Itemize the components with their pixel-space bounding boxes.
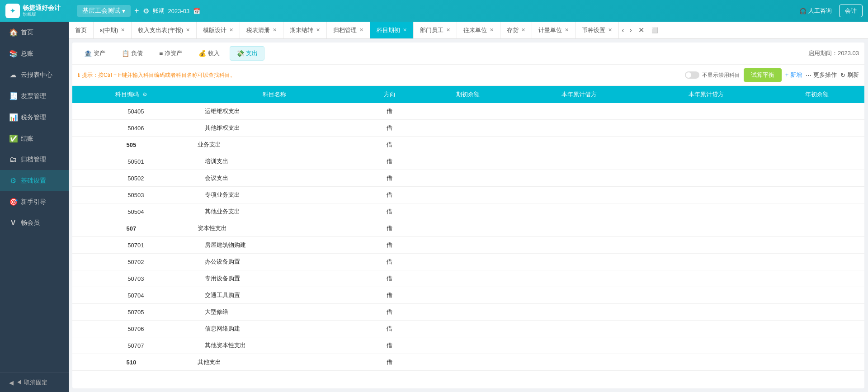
tab-unit[interactable]: 计量单位 ✕ <box>532 22 576 39</box>
cell-ytd-debit <box>515 321 642 337</box>
tab-inventory[interactable]: 存货 ✕ <box>500 22 532 39</box>
sub-tab-income[interactable]: 💰 收入 <box>192 47 226 60</box>
table-row[interactable]: 507 资本性支出 借 <box>72 220 864 237</box>
table-row[interactable]: 50405 运维维权支出 借 <box>72 103 864 120</box>
cell-year-opening <box>769 203 864 220</box>
sidebar-item-guide[interactable]: 🎯 新手引导 <box>0 191 69 213</box>
sub-tab-asset[interactable]: 🏦 资产 <box>78 47 112 60</box>
more-btn[interactable]: ⋯ 更多操作 <box>806 71 837 79</box>
table-row[interactable]: 50704 交通工具购置 借 <box>72 287 864 304</box>
table-row[interactable]: 50702 办公设备购置 借 <box>72 254 864 270</box>
tab-period-end[interactable]: 期末结转 ✕ <box>283 22 327 39</box>
tax-icon: 📊 <box>9 113 17 122</box>
tab-close-income[interactable]: ✕ <box>186 27 190 33</box>
sidebar-item-close[interactable]: ✅ 结账 <box>0 128 69 149</box>
cell-ytd-credit <box>642 304 769 321</box>
sidebar-item-tax[interactable]: 📊 税务管理 <box>0 107 69 128</box>
income-icon: 💰 <box>198 50 206 57</box>
calendar-icon[interactable]: 📅 <box>193 8 200 14</box>
sub-tab-expense[interactable]: 💸 支出 <box>230 46 264 61</box>
tab-period[interactable]: ε(中期) ✕ <box>94 22 132 39</box>
sub-tab-liability[interactable]: 📋 负债 <box>115 47 149 60</box>
cell-opening <box>421 220 515 237</box>
refresh-icon: ↻ <box>840 72 845 79</box>
tab-close-currency[interactable]: ✕ <box>608 27 612 33</box>
sidebar-item-ledger[interactable]: 📚 总账 <box>0 43 69 64</box>
cell-ytd-credit <box>642 237 769 254</box>
sidebar-item-reports[interactable]: ☁ 云报表中心 <box>0 64 69 85</box>
home-icon: 🏠 <box>9 28 17 37</box>
add-btn[interactable]: + 新增 <box>785 71 802 79</box>
tip-text: ℹ 提示：按Ctrl + F键并输入科目编码或者科目名称可以查找科目。 <box>78 71 236 79</box>
period-info: 账期 2023-03 📅 <box>153 7 201 15</box>
tab-close-period[interactable]: ✕ <box>121 27 125 33</box>
table-row[interactable]: 50701 房屋建筑物购建 借 <box>72 237 864 254</box>
tab-currency[interactable]: 币种设置 ✕ <box>576 22 619 39</box>
table-row[interactable]: 50502 会议支出 借 <box>72 170 864 187</box>
tab-subject-init[interactable]: 科目期初 ✕ <box>370 22 414 39</box>
content-area: 首页 ε(中期) ✕ 收入支出表(年报) ✕ 模版设计 ✕ 税表清册 ✕ 期末结… <box>69 22 868 392</box>
tab-close-unit[interactable]: ✕ <box>565 27 569 33</box>
settings-icon[interactable]: ⚙ <box>143 7 149 15</box>
tab-tax[interactable]: 税表清册 ✕ <box>240 22 283 39</box>
tab-close-dept[interactable]: ✕ <box>446 27 450 33</box>
table-row[interactable]: 50501 培训支出 借 <box>72 153 864 170</box>
tab-close-period-end[interactable]: ✕ <box>316 27 320 33</box>
toggle-disabled-subjects[interactable] <box>685 71 699 79</box>
cell-name: 交通工具购置 <box>190 287 359 304</box>
tab-prev-btn[interactable]: ‹ <box>619 22 627 39</box>
sub-tab-equity[interactable]: ≡ 净资产 <box>153 47 189 60</box>
cloud-icon: ☁ <box>9 71 17 79</box>
support-btn[interactable]: 🎧 人工咨询 <box>796 5 835 17</box>
tab-maximize-btn[interactable]: ⬜ <box>648 22 662 39</box>
table-row[interactable]: 50503 专项业务支出 借 <box>72 187 864 203</box>
tab-next-btn[interactable]: › <box>627 22 634 39</box>
cell-opening <box>421 187 515 203</box>
tab-template[interactable]: 模版设计 ✕ <box>197 22 240 39</box>
tab-close-subject[interactable]: ✕ <box>403 27 407 33</box>
tab-contacts[interactable]: 往来单位 ✕ <box>457 22 500 39</box>
cell-year-opening <box>769 120 864 137</box>
tab-close-archive[interactable]: ✕ <box>359 27 363 33</box>
table-row[interactable]: 505 业务支出 借 <box>72 137 864 153</box>
tab-close-inventory[interactable]: ✕ <box>521 27 525 33</box>
header-right: 🎧 人工咨询 会计 <box>796 5 863 17</box>
refresh-btn[interactable]: ↻ 刷新 <box>840 71 859 79</box>
cell-ytd-debit <box>515 153 642 170</box>
cell-name: 会议支出 <box>190 170 359 187</box>
expense-icon: 💸 <box>236 50 244 57</box>
table-row[interactable]: 50706 信息网络购建 借 <box>72 321 864 337</box>
table-row[interactable]: 50707 其他资本性支出 借 <box>72 337 864 354</box>
table-row[interactable]: 50703 专用设备购置 借 <box>72 270 864 287</box>
collapse-icon: ◀ <box>9 379 14 386</box>
cell-opening <box>421 270 515 287</box>
table-row[interactable]: 50504 其他业务支出 借 <box>72 203 864 220</box>
balance-btn[interactable]: 试算平衡 <box>744 68 782 82</box>
tab-close-contacts[interactable]: ✕ <box>490 27 494 33</box>
sidebar-item-member[interactable]: V 畅会员 <box>0 213 69 233</box>
cell-year-opening <box>769 270 864 287</box>
cell-ytd-debit <box>515 103 642 120</box>
tab-dept[interactable]: 部门员工 ✕ <box>414 22 457 39</box>
company-selector[interactable]: 基层工会测试 ▾ <box>77 5 131 17</box>
tab-home[interactable]: 首页 <box>69 22 94 39</box>
col-settings-icon[interactable]: ⚙ <box>142 91 147 98</box>
table-row[interactable]: 510 其他支出 借 <box>72 354 864 371</box>
sub-tab-bar: 🏦 资产 📋 负债 ≡ 净资产 💰 收入 💸 支出 <box>72 43 864 65</box>
kuaiji-btn[interactable]: 会计 <box>839 5 863 17</box>
tab-close-template[interactable]: ✕ <box>229 27 233 33</box>
tab-income-report[interactable]: 收入支出表(年报) ✕ <box>132 22 197 39</box>
col-name: 科目名称 <box>190 86 359 103</box>
tab-close-all-btn[interactable]: ✕ <box>635 22 648 39</box>
sidebar-item-invoice[interactable]: 🧾 发票管理 <box>0 85 69 107</box>
sidebar-item-settings[interactable]: ⚙ 基础设置 <box>0 170 69 191</box>
table-row[interactable]: 50406 其他维权支出 借 <box>72 120 864 137</box>
tab-archive[interactable]: 归档管理 ✕ <box>327 22 370 39</box>
table-row[interactable]: 50705 大型修缮 借 <box>72 304 864 321</box>
sidebar-collapse-btn[interactable]: ◀ ◀ 取消固定 <box>0 373 69 392</box>
sidebar-item-archive[interactable]: 🗂 归档管理 <box>0 149 69 170</box>
sidebar-item-home[interactable]: 🏠 首页 <box>0 22 69 43</box>
tab-close-tax[interactable]: ✕ <box>273 27 277 33</box>
cell-opening <box>421 120 515 137</box>
add-company-btn[interactable]: + <box>134 6 139 16</box>
